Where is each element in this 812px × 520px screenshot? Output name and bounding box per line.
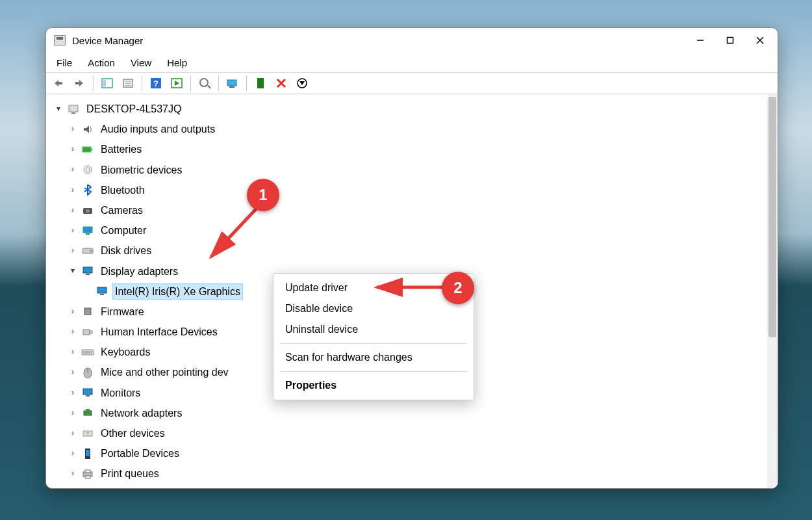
svg-rect-45 (84, 308, 91, 315)
computer-icon (67, 103, 80, 115)
drive-icon (81, 245, 94, 257)
ctx-separator (280, 343, 467, 344)
tree-item-biometric[interactable]: ›Biometric devices (68, 162, 767, 178)
tree-item-processors[interactable]: ›Processors (68, 486, 767, 488)
speaker-icon (81, 124, 94, 135)
svg-rect-56 (86, 409, 90, 411)
tree-item-network[interactable]: ›Network adapters (68, 405, 767, 421)
tree-item-cameras[interactable]: ›Cameras (68, 202, 767, 218)
show-hide-console-tree-button[interactable] (97, 74, 117, 92)
mouse-icon (81, 367, 94, 378)
svg-rect-47 (90, 331, 92, 333)
svg-text:?: ? (153, 79, 159, 88)
annotation-callout-2: 2 (442, 272, 474, 304)
menu-file[interactable]: File (50, 55, 79, 71)
svg-rect-53 (83, 389, 92, 395)
svg-rect-5 (58, 82, 62, 84)
svg-rect-32 (91, 148, 92, 151)
chip-icon (81, 306, 94, 317)
svg-marker-19 (207, 85, 210, 89)
disable-toolbar-button[interactable] (292, 74, 312, 92)
toolbar: ? (46, 72, 778, 94)
tree-item-batteries[interactable]: ›Batteries (68, 141, 767, 157)
camera-icon (81, 205, 94, 216)
update-driver-toolbar-button[interactable] (195, 74, 214, 92)
svg-marker-27 (299, 81, 305, 85)
back-button[interactable] (49, 74, 68, 92)
svg-point-40 (90, 250, 92, 252)
tree-item-other[interactable]: ›?Other devices (68, 425, 767, 441)
help-toolbar-button[interactable]: ? (146, 74, 166, 92)
other-devices-icon: ? (81, 428, 94, 439)
window-title: Device Manager (72, 35, 143, 46)
ctx-disable-device[interactable]: Disable device (273, 298, 474, 319)
svg-point-18 (200, 79, 208, 86)
minimize-button[interactable] (685, 30, 715, 51)
action-toolbar-button[interactable] (167, 74, 186, 92)
svg-rect-43 (97, 287, 107, 293)
svg-rect-63 (85, 476, 90, 478)
svg-point-33 (84, 166, 92, 174)
svg-rect-1 (728, 38, 733, 44)
svg-rect-41 (83, 267, 92, 273)
window-controls (685, 30, 775, 51)
tree-item-computer[interactable]: ›Computer (68, 222, 767, 239)
properties-toolbar-button[interactable] (118, 74, 138, 92)
tree-item-portable[interactable]: ›Portable Devices (68, 445, 767, 462)
fingerprint-icon (81, 164, 94, 176)
scan-hardware-toolbar-button[interactable] (223, 74, 242, 92)
forward-button[interactable] (70, 74, 89, 92)
tree-root[interactable]: ▾ DESKTOP-4L537JQ (54, 101, 767, 117)
vertical-scrollbar[interactable] (767, 94, 778, 488)
printer-icon (81, 468, 94, 480)
menu-action[interactable]: Action (81, 55, 121, 71)
tree-item-bluetooth[interactable]: ›Bluetooth (68, 182, 767, 198)
svg-rect-62 (85, 470, 90, 473)
tree-item-disk[interactable]: ›Disk drives (68, 242, 767, 259)
tree-root-label: DESKTOP-4L537JQ (84, 101, 184, 117)
portable-device-icon (81, 448, 94, 460)
bluetooth-icon (81, 184, 94, 196)
monitor-icon (81, 225, 94, 237)
monitor-icon (81, 387, 94, 398)
close-button[interactable] (745, 30, 775, 51)
svg-rect-60 (86, 450, 90, 456)
svg-rect-28 (69, 105, 78, 112)
battery-icon (81, 144, 94, 155)
svg-text:?: ? (86, 431, 90, 437)
display-adapter-icon (95, 285, 108, 297)
device-manager-window: Device Manager File Action View Help ? (45, 27, 778, 489)
keyboard-icon (81, 346, 94, 358)
menubar: File Action View Help (46, 53, 778, 72)
svg-rect-29 (71, 112, 75, 114)
svg-rect-48 (82, 350, 94, 355)
svg-rect-55 (84, 411, 92, 415)
svg-rect-31 (82, 147, 91, 152)
scrollbar-thumb[interactable] (768, 97, 776, 337)
enable-device-toolbar-button[interactable] (251, 74, 270, 92)
svg-line-70 (211, 202, 263, 257)
ctx-scan-hardware[interactable]: Scan for hardware changes (273, 347, 474, 368)
menu-view[interactable]: View (124, 55, 158, 71)
svg-point-34 (86, 168, 90, 172)
network-icon (81, 407, 94, 419)
svg-rect-20 (227, 80, 236, 86)
ctx-uninstall-device[interactable]: Uninstall device (273, 319, 474, 340)
annotation-callout-1: 1 (247, 179, 279, 211)
svg-rect-46 (83, 330, 90, 335)
tree-item-audio[interactable]: ›Audio inputs and outputs (68, 121, 767, 137)
device-manager-icon (54, 35, 66, 46)
maximize-button[interactable] (715, 30, 745, 51)
titlebar: Device Manager (46, 28, 778, 53)
uninstall-toolbar-button[interactable] (272, 74, 291, 92)
menu-help[interactable]: Help (160, 55, 194, 71)
hid-icon (81, 326, 94, 338)
svg-marker-17 (175, 81, 179, 86)
ctx-properties[interactable]: Properties (273, 375, 474, 396)
svg-rect-9 (103, 80, 106, 86)
ctx-separator (280, 371, 467, 372)
svg-rect-42 (86, 274, 90, 275)
display-adapter-icon (81, 265, 94, 277)
tree-item-print[interactable]: ›Print queues (68, 465, 767, 482)
svg-rect-38 (86, 233, 90, 235)
